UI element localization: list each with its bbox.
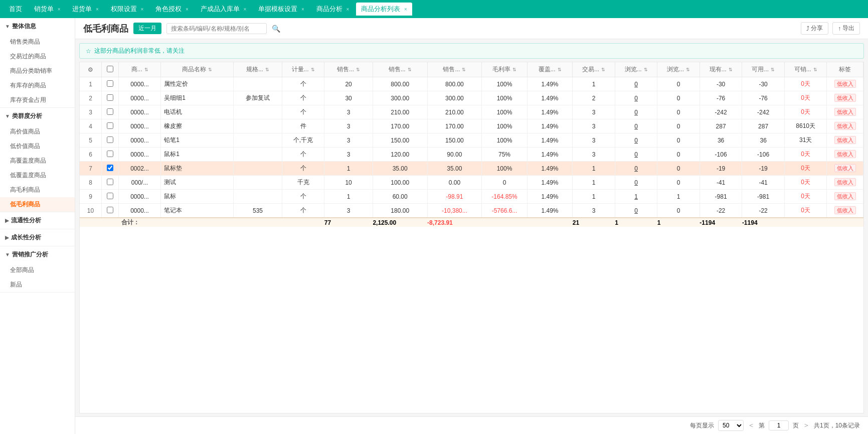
- row-checkbox[interactable]: [107, 207, 113, 213]
- tag-badge: 低收入: [834, 80, 856, 88]
- td-checkbox[interactable]: [101, 204, 118, 218]
- td-checkbox[interactable]: [101, 105, 118, 119]
- th-saleable[interactable]: 可销... ⇅: [784, 62, 827, 77]
- page-size-select[interactable]: 50 100 200: [718, 420, 744, 431]
- select-all-checkbox[interactable]: [107, 66, 113, 72]
- td-checkbox[interactable]: [101, 176, 118, 190]
- share-button[interactable]: ⤴ 分享: [801, 22, 828, 35]
- th-spec[interactable]: 规格... ⇅: [234, 62, 282, 77]
- sidebar-item-traded-goods[interactable]: 交易过的商品: [0, 49, 75, 64]
- sidebar-group-growth[interactable]: ▶ 成长性分析: [0, 229, 75, 246]
- sidebar-item-category-rate[interactable]: 商品分类助销率: [0, 64, 75, 78]
- td-sale2: 170.00: [427, 119, 482, 133]
- nav-sales-close[interactable]: ×: [58, 7, 61, 12]
- sidebar-item-new-goods[interactable]: 新品: [0, 277, 75, 292]
- td-browse1[interactable]: 0: [615, 204, 657, 218]
- th-gross-rate[interactable]: 毛利率 ⇅: [482, 62, 528, 77]
- nav-product-entry-close[interactable]: ×: [244, 7, 247, 12]
- th-tag[interactable]: 标签: [827, 62, 863, 77]
- td-browse1[interactable]: 0: [615, 148, 657, 162]
- row-checkbox[interactable]: [107, 193, 113, 199]
- row-checkbox[interactable]: [107, 165, 113, 171]
- nav-permission-close[interactable]: ×: [141, 7, 144, 12]
- td-checkbox[interactable]: [101, 119, 118, 133]
- row-checkbox[interactable]: [107, 151, 113, 157]
- nav-template-close[interactable]: ×: [301, 7, 304, 12]
- sidebar-group-flow[interactable]: ▶ 流通性分析: [0, 212, 75, 229]
- sidebar-item-high-value[interactable]: 高价值商品: [0, 124, 75, 139]
- th-trade[interactable]: 交易... ⇅: [573, 62, 615, 77]
- td-coverage: 1.49%: [527, 204, 573, 218]
- td-browse1[interactable]: 0: [615, 119, 657, 133]
- nav-goods-analysis-list[interactable]: 商品分析列表 ×: [356, 3, 412, 16]
- td-browse1[interactable]: 0: [615, 162, 657, 176]
- sidebar-item-high-margin[interactable]: 高毛利商品: [0, 183, 75, 197]
- row-checkbox[interactable]: [107, 108, 113, 115]
- nav-goods-list-close[interactable]: ×: [404, 7, 407, 12]
- prev-page-button[interactable]: ＜: [748, 421, 755, 430]
- td-stock: -981: [700, 190, 742, 204]
- th-sale1[interactable]: 销售... ⇅: [324, 62, 373, 77]
- page-number-input[interactable]: [769, 420, 789, 430]
- next-page-button[interactable]: ＞: [803, 421, 810, 430]
- nav-goods-analysis[interactable]: 商品分析 ×: [311, 3, 354, 16]
- td-checkbox[interactable]: [101, 162, 118, 176]
- td-checkbox[interactable]: [101, 133, 118, 148]
- th-sale2[interactable]: 销售... ⇅: [373, 62, 427, 77]
- td-tag: 低收入: [827, 133, 863, 148]
- sidebar-item-in-stock[interactable]: 有库存的商品: [0, 78, 75, 93]
- sidebar-item-low-value[interactable]: 低价值商品: [0, 139, 75, 154]
- th-name[interactable]: 商品名称 ⇅: [161, 62, 234, 77]
- nav-permission[interactable]: 权限设置 ×: [106, 3, 148, 16]
- sidebar-item-low-coverage[interactable]: 低覆盖度商品: [0, 168, 75, 183]
- td-checkbox[interactable]: [101, 190, 118, 204]
- row-checkbox[interactable]: [107, 94, 113, 101]
- th-settings[interactable]: ⚙: [80, 62, 101, 77]
- sidebar-group-overall[interactable]: ▼ 整体信息: [0, 18, 75, 35]
- th-code[interactable]: 商... ⇅: [118, 62, 161, 77]
- td-browse1[interactable]: 0: [615, 77, 657, 91]
- nav-purchase-close[interactable]: ×: [96, 7, 99, 12]
- td-browse1[interactable]: 0: [615, 105, 657, 119]
- nav-role[interactable]: 角色授权 ×: [150, 3, 193, 16]
- nav-goods-analysis-close[interactable]: ×: [346, 7, 349, 12]
- th-available[interactable]: 可用... ⇅: [742, 62, 785, 77]
- row-checkbox[interactable]: [107, 179, 113, 185]
- sidebar-item-high-coverage[interactable]: 高覆盖度商品: [0, 154, 75, 168]
- sidebar-item-low-margin[interactable]: 低毛利商品: [0, 197, 75, 212]
- sidebar-item-sales-goods[interactable]: 销售类商品: [0, 35, 75, 49]
- sidebar-group-marketing[interactable]: ▼ 营销推广分析: [0, 246, 75, 263]
- th-unit[interactable]: 计量... ⇅: [282, 62, 324, 77]
- td-checkbox[interactable]: [101, 148, 118, 162]
- td-browse1[interactable]: 0: [615, 133, 657, 148]
- nav-template[interactable]: 单据模板设置 ×: [253, 3, 309, 16]
- nav-product-entry[interactable]: 产成品入库单 ×: [196, 3, 251, 16]
- th-browse2[interactable]: 浏览... ⇅: [657, 62, 700, 77]
- sidebar-item-capital[interactable]: 库存资金占用: [0, 93, 75, 107]
- nav-home[interactable]: 首页: [4, 3, 27, 16]
- td-unit: 个: [282, 148, 324, 162]
- th-browse1[interactable]: 浏览... ⇅: [615, 62, 657, 77]
- th-checkbox[interactable]: [101, 62, 118, 77]
- nav-purchase[interactable]: 进货单 ×: [67, 3, 103, 16]
- td-browse1[interactable]: 0: [615, 176, 657, 190]
- nav-sales[interactable]: 销货单 ×: [29, 3, 65, 16]
- td-checkbox[interactable]: [101, 91, 118, 105]
- row-checkbox[interactable]: [107, 80, 113, 87]
- th-coverage[interactable]: 覆盖... ⇅: [527, 62, 573, 77]
- filter-button[interactable]: 近一月: [133, 23, 161, 34]
- sidebar-group-cluster[interactable]: ▼ 类群度分析: [0, 108, 75, 124]
- sidebar-item-all-goods[interactable]: 全部商品: [0, 263, 75, 277]
- search-input[interactable]: [166, 23, 267, 34]
- td-browse1[interactable]: 0: [615, 91, 657, 105]
- td-checkbox[interactable]: [101, 77, 118, 91]
- td-browse1[interactable]: 1: [615, 190, 657, 204]
- search-button[interactable]: 🔍: [272, 25, 280, 33]
- row-checkbox[interactable]: [107, 136, 113, 143]
- td-coverage: 1.49%: [527, 77, 573, 91]
- th-sale3[interactable]: 销售... ⇅: [427, 62, 482, 77]
- row-checkbox[interactable]: [107, 122, 113, 129]
- export-button[interactable]: ↑ 导出: [832, 22, 860, 35]
- th-stock[interactable]: 现有... ⇅: [700, 62, 742, 77]
- nav-role-close[interactable]: ×: [186, 7, 189, 12]
